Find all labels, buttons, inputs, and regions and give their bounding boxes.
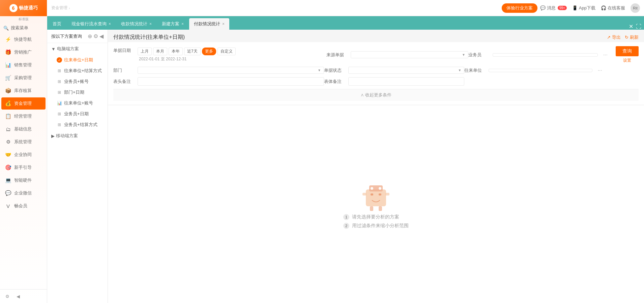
sidebar-item-newbie[interactable]: 🎯 新手引导 (1, 161, 46, 174)
sidebar-item-hardware[interactable]: 💻 智能硬件 (1, 174, 46, 186)
scheme-item-label: 业务员+结算方式 (64, 122, 97, 128)
scheme-item-staff-account[interactable]: ⊞ 业务员+账号 (47, 76, 108, 87)
tab-collection[interactable]: 收款情况统计 × (116, 18, 156, 30)
tab-home-label: 首页 (53, 21, 61, 27)
tab-collection-close[interactable]: × (149, 22, 152, 26)
settings-button[interactable]: 设置 (623, 58, 631, 63)
sidebar-item-label: 新手引导 (14, 164, 32, 171)
date-btn-last7[interactable]: 近7天 (184, 48, 201, 55)
sidebar-item-system[interactable]: ⚙ 系统管理 (1, 136, 46, 148)
voucher-status-select[interactable]: ▼ (348, 67, 465, 74)
export-icon: ↗ (607, 35, 611, 40)
scheme-collapse-icon[interactable]: ◀ (99, 33, 104, 39)
app-logo: 6 畅捷通巧 (0, 0, 47, 16)
sidebar-item-inventory[interactable]: 📦 库存核算 (1, 85, 46, 97)
refresh-button[interactable]: ↻ 刷新 (625, 34, 639, 40)
page-title: 付款情况统计(往来单位+日期) (113, 34, 185, 41)
scheme-item-unit-date[interactable]: ✓ 往来单位+日期 (47, 55, 108, 65)
message-item[interactable]: 💬 消息 99+ (540, 5, 567, 11)
scheme-item-icon: ⊞ (57, 68, 62, 73)
sidebar-item-wechat[interactable]: 💬 企业微信 (1, 187, 46, 199)
counterpart-select[interactable] (489, 69, 592, 72)
search-label: 搜索菜单 (11, 25, 28, 31)
date-btn-this-year[interactable]: 本年 (169, 48, 183, 55)
sidebar-item-marketing[interactable]: 🎁 营销推广 (1, 46, 46, 58)
date-btn-this-month[interactable]: 本月 (153, 48, 167, 55)
body-note-label: 表体备注 (324, 79, 346, 85)
sidebar-item-basic[interactable]: 🗂 基础信息 (1, 123, 46, 135)
date-btn-more[interactable]: 更多 (202, 48, 216, 55)
sidebar-item-capital[interactable]: 💰 资金管理 (1, 97, 46, 110)
tab-home[interactable]: 首页 (48, 18, 66, 30)
svg-rect-7 (379, 193, 381, 195)
sidebar-item-purchase[interactable]: 🛒 采购管理 (1, 72, 46, 84)
collapse-sidebar-icon[interactable]: ◀ (14, 292, 22, 300)
capital-icon: 💰 (5, 100, 11, 107)
export-button[interactable]: ↗ 导出 (607, 34, 621, 40)
topbar-actions: 体验行业方案 (502, 3, 537, 13)
window-expand-icon[interactable]: ⛶ (636, 24, 641, 30)
sidebar-item-label: 经营管理 (14, 113, 32, 119)
scheme-item-staff-date[interactable]: ⊞ 业务员+日期 (47, 109, 108, 119)
scheme-item-unit-account[interactable]: 📊 往来单位+账号 (47, 98, 108, 109)
body-note-input[interactable] (348, 77, 465, 86)
refresh-icon: ↻ (625, 35, 628, 40)
user-avatar[interactable]: Rit (631, 3, 640, 13)
scheme-item-unit-settle[interactable]: ⊞ 往来单位+结算方式 (47, 65, 108, 76)
online-service-item[interactable]: 🎧 在线客服 (601, 5, 625, 11)
scheme-panel: 按以下方案查询 ⊕ ⚙ ◀ ▼ 电脑端方案 ✓ 往来单位+日期 ⊞ 往来单位+结… (47, 30, 108, 303)
filter-area: 付款情况统计(往来单位+日期) ↗ 导出 ↻ 刷新 单据日期 (108, 30, 644, 303)
search-icon: 🔍 (3, 26, 9, 31)
sidebar-item-sales[interactable]: 📊 销售管理 (1, 59, 46, 71)
window-close-icon[interactable]: ✕ (629, 23, 633, 30)
date-btn-last-month[interactable]: 上月 (138, 48, 152, 55)
query-button[interactable]: 查询 (616, 46, 639, 56)
trial-button[interactable]: 体验行业方案 (502, 3, 537, 13)
scheme-add-icon[interactable]: ⊕ (88, 33, 92, 39)
tab-payment-label: 付款情况统计 (194, 21, 220, 27)
filter-row-3: 表头备注 表体备注 (113, 77, 639, 86)
sidebar-item-label: 采购管理 (14, 75, 32, 81)
scheme-item-icon: ⊞ (57, 111, 62, 117)
tab-bank-close[interactable]: × (109, 22, 111, 26)
scheme-item-staff-settle[interactable]: ⊞ 业务员+结算方式 (47, 119, 108, 130)
sidebar-item-label: 系统管理 (14, 139, 32, 145)
tab-new-scheme[interactable]: 新建方案 × (157, 18, 188, 30)
export-label: 导出 (612, 34, 621, 40)
counterpart-more-icon[interactable]: ··· (595, 67, 605, 73)
scheme-header-label: 按以下方案查询 (51, 33, 82, 39)
tabs-window-controls: ✕ ⛶ (629, 23, 644, 30)
collapse-conditions-btn[interactable]: ∧ 收起更多条件 (113, 89, 639, 101)
scheme-settings-icon[interactable]: ⚙ (93, 33, 98, 39)
breadcrumb-text: 资金管理 (51, 5, 67, 11)
tab-payment[interactable]: 付款情况统计 × (189, 18, 229, 30)
sidebar-item-label: 营销推广 (14, 49, 32, 55)
sidebar-item-enterprise[interactable]: 🤝 企业协同 (1, 149, 46, 161)
source-select[interactable]: ▼ (351, 51, 468, 58)
scheme-item-dept-date[interactable]: ⊞ 部门+日期 (47, 87, 108, 98)
filter-row-1: 单据日期 上月 本月 本年 近7天 更多 自定义 2022-01-01 至 20… (113, 46, 639, 63)
sidebar-item-member[interactable]: V 畅会员 (1, 200, 46, 212)
date-btn-custom[interactable]: 自定义 (217, 48, 236, 55)
content-area: 按以下方案查询 ⊕ ⚙ ◀ ▼ 电脑端方案 ✓ 往来单位+日期 ⊞ 往来单位+结… (47, 30, 644, 303)
header-note-input[interactable] (138, 77, 324, 86)
pc-group-title[interactable]: ▼ 电脑端方案 (47, 43, 108, 55)
search-menu[interactable]: 🔍 搜索菜单 (0, 23, 47, 33)
app-download-item[interactable]: 📱 App下载 (572, 5, 595, 11)
header-note-label: 表头备注 (113, 79, 135, 85)
staff-select[interactable] (493, 53, 598, 57)
tab-new-scheme-close[interactable]: × (181, 22, 184, 26)
sidebar-item-quick-nav[interactable]: ⚡ 快捷导航 (1, 33, 46, 46)
sidebar-item-label: 智能硬件 (14, 177, 32, 183)
tab-bank[interactable]: 现金银行流水查询 × (67, 18, 116, 30)
sidebar-item-operation[interactable]: 📋 经营管理 (1, 110, 46, 122)
headset-icon: 🎧 (601, 5, 606, 10)
tab-payment-close[interactable]: × (222, 22, 225, 26)
dept-select[interactable]: ▼ (138, 67, 324, 74)
mobile-group-title[interactable]: ▶ 移动端方案 (47, 130, 108, 142)
purchase-icon: 🛒 (5, 74, 11, 81)
topbar: 资金管理 › 体验行业方案 💬 消息 99+ 📱 App下载 🎧 在线客服 Ri… (47, 0, 644, 16)
staff-more-icon[interactable]: ··· (601, 52, 610, 58)
svg-rect-8 (370, 206, 373, 211)
settings-bottom-icon[interactable]: ⚙ (3, 292, 11, 300)
